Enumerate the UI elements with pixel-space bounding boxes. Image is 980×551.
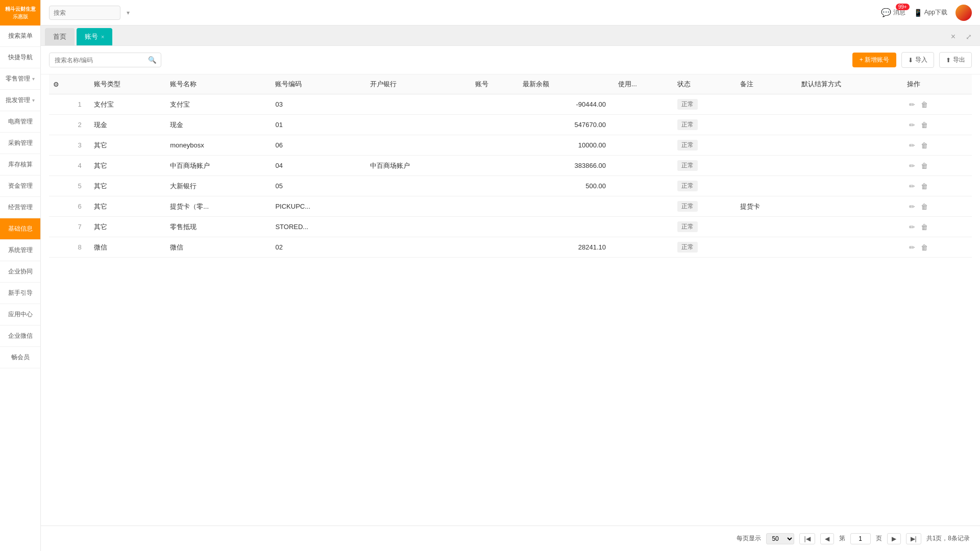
tab-home[interactable]: 首页: [45, 28, 75, 45]
page-suffix-label: 页: [876, 534, 882, 543]
app-download-label: App下载: [924, 8, 947, 17]
delete-button-3[interactable]: 🗑: [919, 161, 930, 171]
row-index-3: 4: [69, 156, 90, 176]
edit-button-0[interactable]: ✏: [907, 99, 917, 110]
add-account-button[interactable]: + 新增账号: [852, 53, 896, 67]
search-button[interactable]: 🔍: [144, 53, 161, 67]
delete-button-6[interactable]: 🗑: [919, 222, 930, 232]
row-account-no-1: [471, 115, 518, 135]
app-icon: 📱: [914, 9, 922, 17]
row-account-no-4: [471, 176, 518, 196]
row-bank-4: [366, 176, 471, 196]
table-header: ⚙ 账号类型 账号名称 账号编码 开户银行 账号 最新余额 使用... 状态 备…: [49, 74, 972, 94]
next-page-button[interactable]: ▶: [887, 533, 901, 544]
col-settings[interactable]: ⚙: [49, 74, 69, 94]
row-settlement-4: [797, 176, 902, 196]
row-index-0: 1: [69, 94, 90, 115]
user-avatar[interactable]: [955, 5, 972, 21]
col-status[interactable]: 状态: [673, 74, 736, 94]
first-page-button[interactable]: |◀: [799, 533, 815, 544]
tab-maximize-button[interactable]: ⤢: [962, 31, 976, 43]
edit-button-6[interactable]: ✏: [907, 222, 917, 232]
tab-home-label: 首页: [53, 32, 66, 41]
sidebar-item-guide[interactable]: 新手引导: [0, 283, 40, 304]
edit-button-2[interactable]: ✏: [907, 140, 917, 151]
row-name-0: 支付宝: [166, 94, 271, 115]
search-input[interactable]: [50, 54, 144, 67]
accounts-table: ⚙ 账号类型 账号名称 账号编码 开户银行 账号 最新余额 使用... 状态 备…: [49, 74, 972, 258]
sidebar-item-funds-mgmt[interactable]: 资金管理: [0, 176, 40, 197]
tab-account[interactable]: 账号 ×: [77, 28, 112, 45]
delete-button-1[interactable]: 🗑: [919, 120, 930, 130]
page-input[interactable]: [850, 533, 871, 544]
tab-close-button[interactable]: ×: [947, 30, 960, 43]
row-remark-4: [736, 176, 798, 196]
edit-button-7[interactable]: ✏: [907, 242, 917, 253]
col-account-no[interactable]: 账号: [471, 74, 518, 94]
top-bar-left: ▾: [49, 6, 130, 20]
tab-account-close-icon[interactable]: ×: [101, 34, 104, 40]
table-row: 8 微信 微信 02 28241.10 正常 ✏ 🗑: [49, 237, 972, 258]
sidebar-item-ecommerce-mgmt[interactable]: 电商管理: [0, 111, 40, 133]
col-balance[interactable]: 最新余额: [519, 74, 614, 94]
edit-button-5[interactable]: ✏: [907, 202, 917, 212]
delete-button-0[interactable]: 🗑: [919, 99, 930, 110]
delete-button-2[interactable]: 🗑: [919, 140, 930, 151]
delete-button-4[interactable]: 🗑: [919, 181, 930, 191]
delete-button-5[interactable]: 🗑: [919, 202, 930, 212]
message-button[interactable]: 💬 99+ 消息: [881, 8, 905, 17]
row-name-2: moneybosx: [166, 135, 271, 156]
sidebar-item-enterprise-wechat[interactable]: 企业微信: [0, 325, 40, 347]
sidebar-item-inventory[interactable]: 库存核算: [0, 154, 40, 176]
row-usage-0: [614, 94, 673, 115]
row-code-6: STORED...: [271, 217, 366, 237]
col-usage[interactable]: 使用...: [614, 74, 673, 94]
col-settlement[interactable]: 默认结算方式: [797, 74, 902, 94]
row-account-no-7: [471, 237, 518, 258]
row-name-1: 现金: [166, 115, 271, 135]
sidebar-item-basic-info[interactable]: 基础信息: [0, 218, 40, 240]
sidebar-item-purchase-mgmt[interactable]: 采购管理: [0, 133, 40, 154]
sidebar-item-wholesale-mgmt[interactable]: 批发管理 ▾: [0, 90, 40, 111]
sidebar-item-system-mgmt[interactable]: 系统管理: [0, 240, 40, 261]
row-name-5: 提货卡（零...: [166, 196, 271, 217]
top-search-input[interactable]: [49, 6, 120, 20]
col-remark[interactable]: 备注: [736, 74, 798, 94]
export-button[interactable]: ⬆ 导出: [939, 52, 972, 68]
toolbar-right: + 新增账号 ⬇ 导入 ⬆ 导出: [852, 52, 972, 68]
prev-page-button[interactable]: ◀: [820, 533, 834, 544]
row-status-5: 正常: [673, 196, 736, 217]
edit-button-1[interactable]: ✏: [907, 120, 917, 130]
search-box: 🔍: [49, 53, 161, 67]
edit-button-3[interactable]: ✏: [907, 161, 917, 171]
import-button[interactable]: ⬇ 导入: [901, 52, 934, 68]
col-type[interactable]: 账号类型: [90, 74, 166, 94]
col-code[interactable]: 账号编码: [271, 74, 366, 94]
top-search-dropdown-icon[interactable]: ▾: [127, 9, 130, 16]
last-page-button[interactable]: ▶|: [906, 533, 921, 544]
sidebar-item-search-menu[interactable]: 搜索菜单: [0, 26, 40, 47]
table-row: 5 其它 大新银行 05 500.00 正常 ✏ 🗑: [49, 176, 972, 196]
row-action-2: ✏ 🗑: [903, 135, 972, 156]
sidebar-item-quick-nav[interactable]: 快捷导航: [0, 47, 40, 68]
edit-button-4[interactable]: ✏: [907, 181, 917, 191]
sidebar-item-operations[interactable]: 经营管理: [0, 197, 40, 218]
row-type-0: 支付宝: [90, 94, 166, 115]
col-name[interactable]: 账号名称: [166, 74, 271, 94]
app-download-button[interactable]: 📱 App下载: [914, 8, 947, 17]
sidebar-item-enterprise-collab[interactable]: 企业协同: [0, 261, 40, 283]
row-account-no-0: [471, 94, 518, 115]
sidebar-item-app-center[interactable]: 应用中心: [0, 304, 40, 325]
message-icon: 💬: [881, 8, 891, 17]
sidebar-item-retail-mgmt[interactable]: 零售管理 ▾: [0, 68, 40, 90]
delete-button-7[interactable]: 🗑: [919, 242, 930, 253]
row-remark-2: [736, 135, 798, 156]
row-bank-1: [366, 115, 471, 135]
row-status-1: 正常: [673, 115, 736, 135]
main-content: 首页 账号 × × ⤢ 🔍 + 新增账号 ⬇ 导入: [41, 26, 980, 551]
page-size-select[interactable]: 50 20 100: [766, 533, 794, 544]
row-status-2: 正常: [673, 135, 736, 156]
table-row: 1 支付宝 支付宝 03 -90444.00 正常 ✏ 🗑: [49, 94, 972, 115]
sidebar-item-members[interactable]: 畅会员: [0, 347, 40, 368]
col-bank[interactable]: 开户银行: [366, 74, 471, 94]
